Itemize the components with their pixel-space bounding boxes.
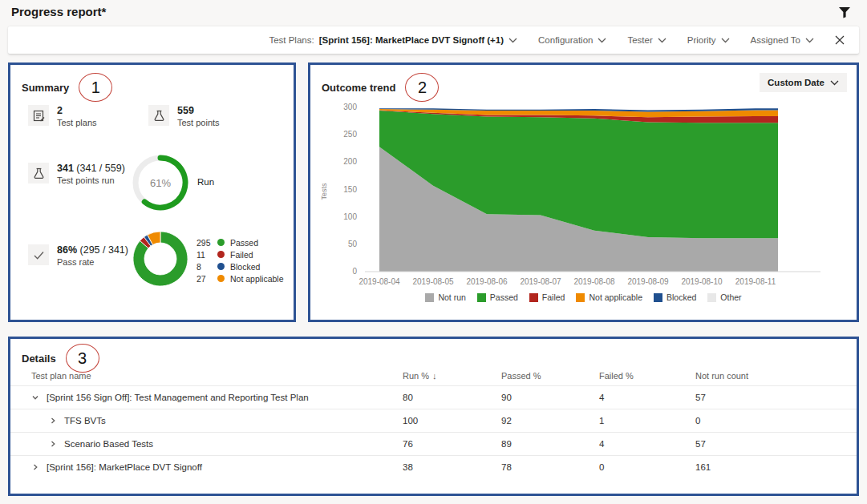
priority-filter-dropdown[interactable]: Priority xyxy=(687,35,730,45)
outcome-trend-panel: Outcome trend 2 Custom Date 050100150200… xyxy=(308,62,859,322)
chevron-down-icon xyxy=(721,38,730,43)
details-table-header: Test plan name Run %↓ Passed % Failed % … xyxy=(10,366,857,385)
column-run-percent[interactable]: Run %↓ xyxy=(403,371,501,381)
test-points-count: 559 xyxy=(177,105,194,116)
cell-passed: 89 xyxy=(501,439,599,449)
trend-legend-item[interactable]: Not applicable xyxy=(576,292,642,302)
svg-text:2019-08-07: 2019-08-07 xyxy=(520,277,561,286)
cell-run: 76 xyxy=(403,439,501,449)
legend-swatch-icon xyxy=(477,293,486,302)
svg-text:2019-08-09: 2019-08-09 xyxy=(627,277,669,286)
trend-legend-item[interactable]: Blocked xyxy=(654,292,696,302)
test-points-run-stat: 341 (341 / 559) Test points run xyxy=(28,163,125,185)
svg-text:200: 200 xyxy=(343,157,357,166)
trend-legend-item[interactable]: Passed xyxy=(477,292,518,302)
trend-legend-item[interactable]: Failed xyxy=(529,292,565,302)
configuration-filter-dropdown[interactable]: Configuration xyxy=(538,35,606,45)
test-plan-name: TFS BVTs xyxy=(64,416,106,425)
legend-dot-icon xyxy=(217,263,225,270)
cell-run: 38 xyxy=(403,462,501,472)
cell-passed: 78 xyxy=(501,462,599,472)
details-table: Test plan name Run %↓ Passed % Failed % … xyxy=(10,366,857,478)
cell-not_run: 0 xyxy=(695,416,857,425)
table-row[interactable]: TFS BVTs1009210 xyxy=(10,409,857,432)
column-passed-percent[interactable]: Passed % xyxy=(501,371,599,381)
test-plan-name: [Sprint 156]: MarketPlace DVT Signoff xyxy=(47,462,202,472)
table-row[interactable]: Scenario Based Tests7689457 xyxy=(10,432,857,455)
chevron-right-icon[interactable] xyxy=(31,463,39,471)
chevron-down-icon xyxy=(805,38,814,43)
test-points-label: Test points xyxy=(177,118,220,127)
test-plans-count: 2 xyxy=(57,105,63,116)
column-test-plan-name[interactable]: Test plan name xyxy=(10,371,403,381)
svg-text:150: 150 xyxy=(343,185,357,194)
page-header: Progress report* xyxy=(0,0,867,24)
pass-rate-stat: 86% (295 / 341) Pass rate xyxy=(28,244,128,267)
legend-dot-icon xyxy=(217,239,225,246)
table-row[interactable]: [Sprint 156]: MarketPlace DVT Signoff387… xyxy=(10,455,857,478)
svg-text:2019-08-06: 2019-08-06 xyxy=(466,277,508,286)
svg-text:2019-08-08: 2019-08-08 xyxy=(573,277,615,286)
legend-swatch-icon xyxy=(425,293,434,302)
test-points-run-label: Test points run xyxy=(57,175,125,185)
table-row[interactable]: [Sprint 156 Sign Off]: Test Management a… xyxy=(10,385,857,409)
cell-passed: 90 xyxy=(501,393,599,402)
svg-text:2019-08-04: 2019-08-04 xyxy=(359,277,400,286)
cell-failed: 1 xyxy=(599,416,695,425)
test-plans-filter-value: [Sprint 156]: MarketPlace DVT Signoff (+… xyxy=(319,35,504,45)
close-filter-icon[interactable] xyxy=(835,35,845,45)
svg-text:2019-08-11: 2019-08-11 xyxy=(735,277,776,286)
assigned-to-filter-dropdown[interactable]: Assigned To xyxy=(751,35,814,45)
custom-date-button[interactable]: Custom Date xyxy=(760,73,847,92)
legend-dot-icon xyxy=(217,251,225,258)
configuration-filter-label: Configuration xyxy=(538,35,593,45)
donut-legend-item: 27Not applicable xyxy=(196,274,284,283)
chevron-right-icon[interactable] xyxy=(49,417,57,425)
details-panel: Details 3 Test plan name Run %↓ Passed %… xyxy=(8,337,859,496)
run-gauge-chart: 61% xyxy=(130,152,191,213)
tester-filter-label: Tester xyxy=(627,35,652,45)
tester-filter-dropdown[interactable]: Tester xyxy=(627,35,666,45)
pass-rate-label: Pass rate xyxy=(57,257,128,267)
annotation-badge-1: 1 xyxy=(79,73,112,102)
filter-funnel-icon[interactable] xyxy=(838,6,854,21)
beaker-icon xyxy=(28,163,49,183)
legend-swatch-icon xyxy=(529,293,538,302)
run-gauge-percent: 61% xyxy=(130,152,191,213)
cell-passed: 92 xyxy=(501,416,599,425)
chevron-down-icon[interactable] xyxy=(31,393,39,401)
column-failed-percent[interactable]: Failed % xyxy=(599,371,695,381)
cell-not_run: 57 xyxy=(695,393,857,402)
outcome-donut-chart xyxy=(128,227,192,291)
trend-legend-item[interactable]: Other xyxy=(707,292,741,302)
svg-text:300: 300 xyxy=(343,103,357,111)
donut-legend-item: 8Blocked xyxy=(196,262,284,271)
legend-swatch-icon xyxy=(707,293,716,302)
sort-descending-icon: ↓ xyxy=(432,371,437,381)
chevron-down-icon xyxy=(508,38,517,43)
legend-dot-icon xyxy=(217,275,225,282)
cell-failed: 4 xyxy=(599,439,695,449)
beaker-icon xyxy=(148,105,169,126)
assigned-to-filter-label: Assigned To xyxy=(751,35,800,45)
outcome-trend-legend: Not runPassedFailedNot applicableBlocked… xyxy=(310,292,857,302)
outcome-trend-chart: 0501001502002503002019-08-042019-08-0520… xyxy=(315,95,851,291)
test-plan-icon xyxy=(28,105,49,126)
test-plans-filter-dropdown[interactable]: Test Plans: [Sprint 156]: MarketPlace DV… xyxy=(269,35,517,45)
trend-legend-item[interactable]: Not run xyxy=(425,292,465,302)
svg-text:100: 100 xyxy=(343,212,357,221)
cell-not_run: 57 xyxy=(695,439,857,449)
cell-failed: 4 xyxy=(599,393,695,402)
test-plan-name: [Sprint 156 Sign Off]: Test Management a… xyxy=(47,393,309,402)
filter-bar: Test Plans: [Sprint 156]: MarketPlace DV… xyxy=(8,26,859,54)
cell-not_run: 161 xyxy=(695,462,857,472)
test-points-stat: 559 Test points xyxy=(148,105,220,127)
chevron-down-icon xyxy=(830,80,839,86)
chevron-right-icon[interactable] xyxy=(49,440,57,448)
summary-panel: Summary 1 2 Test plans 559 Test points 3… xyxy=(8,62,296,322)
check-icon xyxy=(28,244,49,265)
svg-text:2019-08-05: 2019-08-05 xyxy=(412,277,454,286)
column-not-run-count[interactable]: Not run count xyxy=(695,371,857,381)
custom-date-label: Custom Date xyxy=(768,78,824,87)
page-title: Progress report* xyxy=(11,5,106,18)
